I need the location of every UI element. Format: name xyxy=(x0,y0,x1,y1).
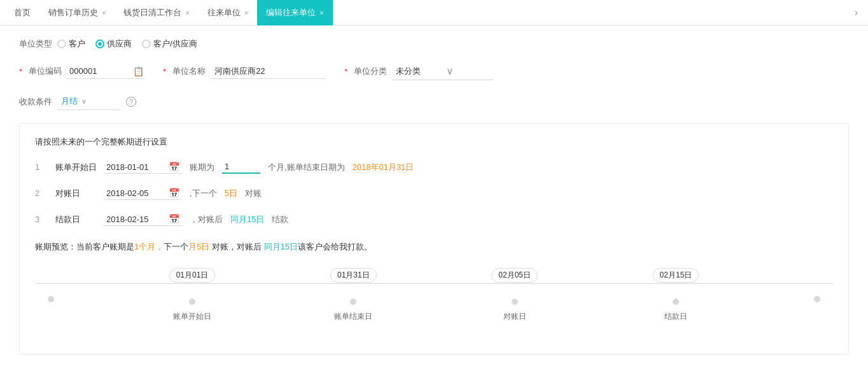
timeline-node-1: 01月01日 账单开始日 xyxy=(169,268,216,322)
step-1-desc-prefix: 账期为 xyxy=(190,162,214,173)
tab-edit-partner-label: 编辑往来单位 xyxy=(266,7,316,18)
unit-category-select[interactable]: 未分类 ∨ xyxy=(392,62,494,80)
preview-reconcile: 月5日 xyxy=(188,242,209,251)
step-2-desc-comma: ,下一个 xyxy=(190,188,217,199)
timeline-node-2-desc: 账单结束日 xyxy=(334,311,372,322)
radio-customer-label: 客户 xyxy=(69,38,85,50)
unit-type-field: 单位类型 客户 供应商 客户/供应商 xyxy=(19,38,197,50)
settings-panel: 请按照未来的一个完整帐期进行设置 1 账单开始日 📅 账期为 个月,账单结束日期… xyxy=(19,123,849,355)
step-3-row: 3 结款日 📅 ，对账后 同月15日 结款 xyxy=(35,213,833,226)
unit-code-input[interactable] xyxy=(67,64,130,78)
timeline-node-2-label: 01月31日 xyxy=(330,268,377,283)
unit-name-field: * 单位名称 xyxy=(163,64,325,79)
unit-category-star: * xyxy=(344,67,347,76)
step-1-label: 账单开始日 xyxy=(55,162,96,173)
unit-name-input[interactable] xyxy=(211,64,325,79)
step-2-desc-suffix: 对账 xyxy=(245,188,262,199)
unit-code-input-group: 📋 xyxy=(67,64,144,79)
payment-condition-row: 收款条件 月结 ∨ ? xyxy=(19,93,849,110)
unit-code-field: * 单位编码 📋 xyxy=(19,64,144,79)
payment-condition-value: 月结 xyxy=(61,95,78,107)
unit-name-label: 单位名称 xyxy=(172,66,206,77)
radio-both-circle xyxy=(142,39,151,48)
payment-condition-select[interactable]: 月结 ∨ xyxy=(57,93,121,110)
step-1-number: 1 xyxy=(35,162,48,172)
radio-supplier[interactable]: 供应商 xyxy=(95,38,132,50)
unit-code-copy-icon[interactable]: 📋 xyxy=(133,66,144,76)
unit-name-star: * xyxy=(163,67,166,76)
tab-cash-daily[interactable]: 钱货日清工作台 × xyxy=(115,0,198,25)
radio-supplier-label: 供应商 xyxy=(107,38,132,50)
step-1-date-field[interactable] xyxy=(106,162,164,172)
preview-reconcile-prefix: 下一个 xyxy=(164,242,188,251)
timeline-node-1-dot xyxy=(189,299,195,305)
radio-customer[interactable]: 客户 xyxy=(57,38,85,50)
tab-partner[interactable]: 往来单位 × xyxy=(199,0,257,25)
step-2-row: 2 对账日 📅 ,下一个 5日 对账 xyxy=(35,186,833,200)
tab-cash-daily-label: 钱货日清工作台 xyxy=(123,7,181,18)
tab-partner-label: 往来单位 xyxy=(207,7,241,18)
step-3-date-field[interactable] xyxy=(106,215,164,224)
tab-partner-close[interactable]: × xyxy=(244,9,248,17)
unit-info-row: * 单位编码 📋 * 单位名称 * 单位分类 未分类 ∨ xyxy=(19,62,849,80)
unit-type-radios: 客户 供应商 客户/供应商 xyxy=(57,38,197,50)
timeline-right-dot xyxy=(814,296,820,302)
unit-category-label: 单位分类 xyxy=(354,66,387,77)
step-1-end-date: 2018年01月31日 xyxy=(353,162,414,173)
tab-sales-history-close[interactable]: × xyxy=(102,9,106,17)
radio-customer-circle xyxy=(57,39,66,48)
unit-category-value: 未分类 xyxy=(396,66,421,77)
tabs-more-button[interactable]: › xyxy=(850,7,863,18)
unit-category-field: * 单位分类 未分类 ∨ xyxy=(344,62,494,80)
tab-cash-daily-close[interactable]: × xyxy=(185,9,189,17)
tab-edit-partner[interactable]: 编辑往来单位 × xyxy=(257,0,332,25)
step-1-date-input: 📅 xyxy=(104,160,182,174)
tab-sales-history[interactable]: 销售订单历史 × xyxy=(39,0,115,25)
radio-supplier-circle xyxy=(95,39,104,48)
step-2-date-field[interactable] xyxy=(106,188,164,198)
payment-condition-arrow: ∨ xyxy=(81,97,87,106)
step-1-period-input[interactable] xyxy=(222,160,260,174)
timeline-node-4: 02月15日 结款日 xyxy=(653,268,699,322)
timeline-right-end xyxy=(814,268,820,302)
step-1-calendar-icon[interactable]: 📅 xyxy=(169,162,179,172)
preview-reconcile-suffix: 对账，对账后 xyxy=(209,242,263,251)
tab-home[interactable]: 首页 xyxy=(5,0,39,25)
timeline-node-4-dot xyxy=(673,299,679,305)
tab-sales-history-label: 销售订单历史 xyxy=(48,7,98,18)
timeline-node-3-desc: 对账日 xyxy=(503,311,526,322)
tab-edit-partner-close[interactable]: × xyxy=(319,9,323,17)
step-1-desc-suffix: 个月,账单结束日期为 xyxy=(268,162,345,173)
timeline-container: 01月01日 账单开始日 01月31日 账单结束日 02月05日 对账日 xyxy=(35,268,833,341)
step-3-label: 结款日 xyxy=(55,214,96,225)
step-1-row: 1 账单开始日 📅 账期为 个月,账单结束日期为 2018年01月31日 xyxy=(35,160,833,174)
step-3-desc-suffix: 结款 xyxy=(272,214,288,225)
step-2-label: 对账日 xyxy=(55,188,96,199)
step-3-highlight: 同月15日 xyxy=(230,214,264,225)
step-2-calendar-icon[interactable]: 📅 xyxy=(169,188,179,198)
panel-title: 请按照未来的一个完整帐期进行设置 xyxy=(35,136,833,148)
step-3-date-input: 📅 xyxy=(104,213,182,226)
unit-type-label: 单位类型 xyxy=(19,38,52,50)
timeline-node-4-desc: 结款日 xyxy=(664,311,687,322)
unit-code-star: * xyxy=(19,67,22,76)
step-3-calendar-icon[interactable]: 📅 xyxy=(169,214,179,224)
timeline-node-4-label: 02月15日 xyxy=(653,268,699,283)
timeline-node-1-label: 01月01日 xyxy=(169,268,216,283)
step-2-date-input: 📅 xyxy=(104,186,182,200)
unit-code-label: 单位编码 xyxy=(29,66,62,77)
timeline-node-2-dot xyxy=(350,299,356,305)
timeline-left-dot xyxy=(48,296,54,302)
preview-payment: 同月15日 xyxy=(264,242,298,251)
step-3-number: 3 xyxy=(35,215,48,224)
timeline-node-2: 01月31日 账单结束日 xyxy=(330,268,377,322)
step-2-highlight: 5日 xyxy=(225,188,237,199)
preview-period: 1个月， xyxy=(134,242,164,251)
payment-help-icon[interactable]: ? xyxy=(126,97,136,107)
preview-text: 账期预览：当前客户账期是1个月，下一个月5日 对账，对账后 同月15日该客户会给… xyxy=(35,239,833,255)
step-2-number: 2 xyxy=(35,188,48,198)
tabs-bar: 首页 销售订单历史 × 钱货日清工作台 × 往来单位 × 编辑往来单位 × › xyxy=(0,0,868,25)
payment-condition-field: 收款条件 月结 ∨ ? xyxy=(19,93,136,110)
timeline-node-3: 02月05日 对账日 xyxy=(491,268,538,322)
radio-both[interactable]: 客户/供应商 xyxy=(142,38,197,50)
